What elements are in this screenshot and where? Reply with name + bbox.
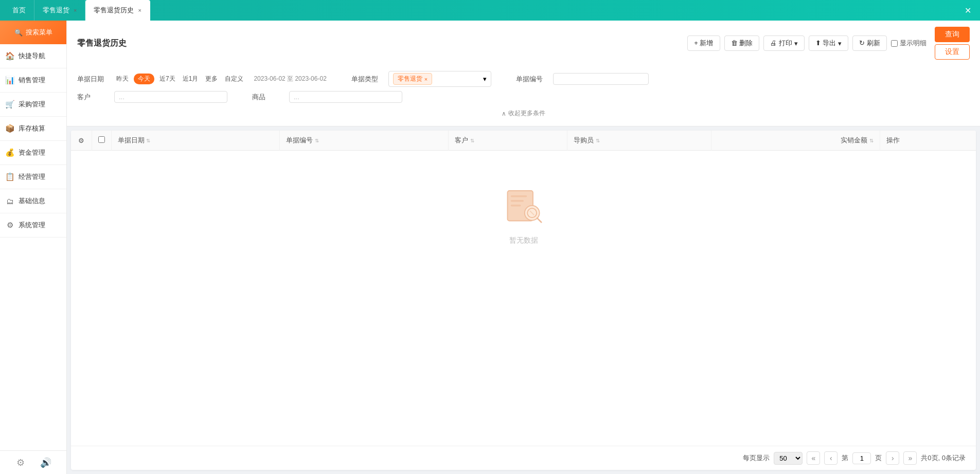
tab-retail-history-close[interactable]: × (138, 7, 141, 13)
type-label: 单据类型 (351, 75, 380, 84)
top-bar: 首页 零售退货 × 零售退货历史 × ✕ (0, 0, 980, 21)
sort-guide-icon[interactable]: ⇅ (596, 138, 600, 143)
th-customer: 客户 ⇅ (448, 131, 567, 151)
svg-rect-3 (510, 205, 521, 207)
th-date: 单据日期 ⇅ (111, 131, 280, 151)
doc-num-input[interactable] (553, 73, 649, 85)
sidebar-item-sales[interactable]: 📊 销售管理 (0, 68, 66, 93)
date-option-7days[interactable]: 近7天 (157, 74, 177, 84)
th-number: 单据编号 ⇅ (280, 131, 449, 151)
prev-page-button[interactable]: ‹ (824, 451, 838, 465)
settings-bottom-icon[interactable]: ⚙ (13, 455, 28, 470)
collapse-arrow-icon: ∧ (502, 110, 506, 117)
sort-customer-icon[interactable]: ⇅ (470, 138, 474, 143)
search-icon: 🔍 (14, 29, 23, 37)
tab-retail-return-label: 零售退货 (43, 6, 69, 15)
pagination: 每页显示 10 20 50 100 « ‹ 第 页 › » 共0页, 0条记录 (71, 446, 976, 470)
th-number-label: 单据编号 (286, 136, 313, 144)
sidebar-item-system[interactable]: ⚙ 系统管理 (0, 213, 66, 238)
sidebar-item-sales-label: 销售管理 (19, 76, 45, 85)
sound-bottom-icon[interactable]: 🔊 (39, 455, 53, 470)
th-action: 操作 (880, 131, 976, 151)
content-area: ⚙ 单据日期 ⇅ 单据编号 ⇅ (71, 131, 976, 470)
sort-date-icon[interactable]: ⇅ (146, 138, 150, 143)
date-option-more[interactable]: 更多 (203, 74, 220, 84)
settings-button[interactable]: 设置 (935, 44, 970, 60)
sidebar-item-basic-info[interactable]: 🗂 基础信息 (0, 189, 66, 213)
sort-amount-icon[interactable]: ⇅ (869, 138, 874, 143)
page-number-input[interactable] (852, 452, 871, 464)
select-all-checkbox[interactable] (98, 136, 105, 143)
sidebar-item-basic-info-label: 基础信息 (19, 196, 45, 206)
sidebar-item-quick-nav[interactable]: 🏠 快捷导航 (0, 44, 66, 68)
sidebar: 🔍 搜索菜单 🏠 快捷导航 📊 销售管理 🛒 采购管理 📦 库存核算 💰 (0, 21, 67, 474)
page-title: 零售退货历史 (77, 38, 127, 49)
export-dropdown-icon: ▾ (838, 40, 842, 47)
th-guide: 导购员 ⇅ (567, 131, 711, 151)
sidebar-item-system-label: 系统管理 (19, 221, 45, 230)
customer-input[interactable]: ... (114, 91, 227, 103)
first-page-button[interactable]: « (807, 451, 820, 465)
svg-line-6 (537, 218, 541, 222)
tab-bar: 首页 零售退货 × 零售退货历史 × (4, 0, 964, 21)
sort-number-icon[interactable]: ⇅ (315, 138, 319, 143)
sidebar-item-purchase[interactable]: 🛒 采购管理 (0, 93, 66, 117)
svg-rect-1 (510, 195, 527, 197)
finance-icon: 💰 (5, 148, 14, 157)
inventory-icon: 📦 (5, 124, 14, 133)
tab-retail-history[interactable]: 零售退货历史 × (85, 0, 150, 21)
empty-state: 暂无数据 (71, 151, 976, 276)
type-tag: 零售退货 × (393, 73, 432, 85)
window-close-button[interactable]: ✕ (964, 6, 972, 14)
page-header: 零售退货历史 + 新增 🗑 删除 🖨 打印 ▾ ⬆ 导出 ▾ (67, 21, 980, 126)
tab-home[interactable]: 首页 (4, 0, 34, 21)
type-select[interactable]: 零售退货 × ▾ (388, 71, 491, 87)
date-option-1month[interactable]: 近1月 (181, 74, 201, 84)
print-button[interactable]: 🖨 打印 ▾ (763, 35, 805, 51)
export-button[interactable]: ⬆ 导出 ▾ (809, 35, 849, 51)
date-range-display: 2023-06-02 至 2023-06-02 (254, 75, 326, 83)
sidebar-item-inventory[interactable]: 📦 库存核算 (0, 117, 66, 141)
sidebar-item-operations-label: 经营管理 (19, 172, 45, 181)
per-page-select[interactable]: 10 20 50 100 (774, 452, 803, 465)
tab-retail-return-close[interactable]: × (74, 7, 77, 13)
th-amount-label: 实销金额 (841, 136, 867, 144)
date-option-yesterday[interactable]: 昨天 (114, 74, 131, 84)
tab-home-label: 首页 (12, 6, 26, 15)
filter-row-2: 客户 ... 商品 ... (77, 91, 970, 103)
search-menu-label: 搜索菜单 (26, 28, 52, 37)
top-bar-right: ✕ (964, 6, 980, 14)
empty-text: 暂无数据 (509, 236, 538, 245)
add-button[interactable]: + 新增 (687, 35, 720, 51)
th-action-label: 操作 (886, 136, 900, 144)
show-detail-checkbox-label[interactable]: 显示明细 (891, 39, 926, 48)
sidebar-bottom: ⚙ 🔊 (0, 450, 66, 474)
delete-button[interactable]: 🗑 删除 (724, 35, 760, 51)
next-page-button[interactable]: › (886, 451, 899, 465)
th-amount: 实销金额 ⇅ (711, 131, 880, 151)
date-option-custom[interactable]: 自定义 (223, 74, 245, 84)
goods-input[interactable]: ... (289, 91, 402, 103)
date-option-today[interactable]: 今天 (134, 74, 154, 84)
search-menu-button[interactable]: 🔍 搜索菜单 (0, 21, 66, 44)
tab-retail-return[interactable]: 零售退货 × (34, 0, 85, 21)
data-table: ⚙ 单据日期 ⇅ 单据编号 ⇅ (71, 131, 976, 151)
th-settings[interactable]: ⚙ (71, 131, 92, 151)
sidebar-item-finance[interactable]: 💰 资金管理 (0, 141, 66, 165)
tab-retail-history-label: 零售退货历史 (94, 6, 134, 15)
refresh-button[interactable]: ↻ 刷新 (852, 35, 887, 51)
type-tag-close[interactable]: × (424, 76, 427, 82)
doc-num-label: 单据编号 (516, 75, 545, 84)
filter-area: 单据日期 昨天 今天 近7天 近1月 更多 自定义 2023-06-02 至 2… (77, 66, 970, 126)
sidebar-item-inventory-label: 库存核算 (19, 124, 45, 133)
sidebar-item-operations[interactable]: 📋 经营管理 (0, 165, 66, 189)
show-detail-checkbox[interactable] (891, 40, 898, 47)
home-icon: 🏠 (5, 51, 14, 61)
last-page-button[interactable]: » (903, 451, 917, 465)
operations-icon: 📋 (5, 172, 14, 181)
filter-row-1: 单据日期 昨天 今天 近7天 近1月 更多 自定义 2023-06-02 至 2… (77, 71, 970, 87)
query-button[interactable]: 查询 (935, 27, 970, 42)
table-header: ⚙ 单据日期 ⇅ 单据编号 ⇅ (71, 131, 976, 151)
th-checkbox[interactable] (92, 131, 111, 151)
collapse-button[interactable]: ∧ 收起更多条件 (502, 109, 545, 118)
